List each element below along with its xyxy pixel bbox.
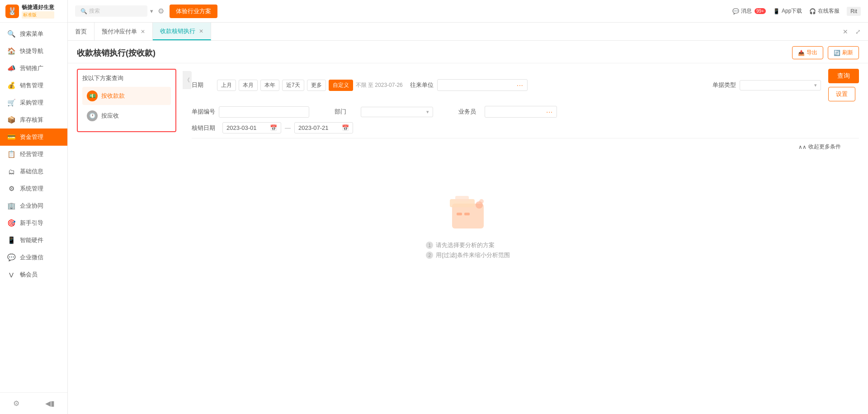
svg-rect-5	[457, 213, 462, 215]
dept-arrow-icon: ▾	[426, 109, 429, 115]
hardware-icon: 📱	[7, 236, 15, 244]
sidebar-label-funds: 资金管理	[20, 133, 43, 141]
sidebar-bottom: ⚙ ◀▮	[0, 392, 67, 414]
marketing-icon: 📣	[7, 64, 15, 72]
user-area[interactable]: Rit	[847, 7, 861, 16]
sidebar-item-inventory[interactable]: 📦库存核算	[0, 111, 67, 128]
filter-option-by-collection[interactable]: 💵 按收款款	[82, 87, 171, 105]
doc-no-label: 单据编号	[192, 108, 215, 116]
tab-close-all-icon[interactable]: ✕	[841, 26, 850, 37]
topbar-search-area: 🔍 搜索 ▾ ⚙ 体验行业方案	[75, 5, 732, 18]
sidebar-item-search[interactable]: 🔍搜索菜单	[0, 25, 67, 43]
tab-expand-icon[interactable]: ⤢	[854, 26, 863, 37]
date-separator: —	[285, 124, 291, 131]
filter-cell-date: 日期 上月 本月 本年 近7天 更多 自定义 不限 至 2023-07-26	[192, 80, 403, 91]
empty-svg	[441, 188, 495, 233]
sidebar-label-enterprise: 企业协同	[20, 202, 43, 210]
date-btn-more[interactable]: 更多	[307, 80, 326, 91]
collapse-sidebar-icon[interactable]: ◀▮	[42, 396, 57, 410]
logo-icon: 🐰	[5, 5, 19, 18]
tab-collection[interactable]: 收款核销执行 ✕	[153, 23, 211, 40]
industry-btn[interactable]: 体验行业方案	[170, 5, 217, 18]
sidebar-item-operations[interactable]: 📋经营管理	[0, 146, 67, 163]
doc-type-arrow-icon: ▾	[814, 82, 817, 88]
doc-no-input[interactable]	[219, 106, 309, 118]
page-header-actions: 📤 导出 🔄 刷新	[792, 46, 859, 59]
sidebar-item-wechat[interactable]: 💬企业微信	[0, 249, 67, 266]
online-service-item[interactable]: 🎧 在线客服	[809, 7, 840, 15]
sidebar-item-sales[interactable]: 💰销售管理	[0, 77, 67, 94]
query-action-area: 查询 设置	[828, 69, 859, 101]
svg-point-4	[479, 199, 484, 204]
sidebar-item-shortcut[interactable]: 🏠快捷导航	[0, 43, 67, 60]
date-btn-last-month[interactable]: 上月	[217, 80, 236, 91]
date-btn-7days[interactable]: 近7天	[282, 80, 304, 91]
sidebar-item-hardware[interactable]: 📱智能硬件	[0, 232, 67, 249]
query-button[interactable]: 查询	[828, 69, 859, 83]
message-item[interactable]: 💬 消息 99+	[732, 7, 766, 15]
topbar-right: 💬 消息 99+ 📱 App下载 🎧 在线客服 Rit	[732, 7, 861, 16]
settings-icon[interactable]: ⚙	[10, 396, 22, 410]
page-container: 收款核销执行(按收款) 📤 导出 🔄 刷新 按以下	[68, 41, 868, 414]
date-btn-this-month[interactable]: 本月	[239, 80, 258, 91]
staff-label: 业务员	[458, 108, 481, 116]
sidebar-item-enterprise[interactable]: 🏢企业协同	[0, 197, 67, 214]
collapse-up-icon: ∧∧	[798, 144, 807, 150]
verify-date-start-input[interactable]	[226, 124, 267, 131]
collapse-panel-btn[interactable]: 《	[183, 71, 192, 89]
filter-panel-title: 按以下方案查询	[82, 74, 171, 82]
refresh-button[interactable]: 🔄 刷新	[828, 46, 859, 59]
sidebar-item-basic[interactable]: 🗂基础信息	[0, 163, 67, 180]
app-download-item[interactable]: 📱 App下载	[773, 7, 802, 15]
sidebar-item-member[interactable]: V畅会员	[0, 266, 67, 283]
collapse-more-btn[interactable]: ∧∧ 收起更多条件	[789, 141, 850, 152]
sidebar-item-funds[interactable]: 💳资金管理	[0, 128, 67, 146]
filter-area: 按以下方案查询 💵 按收款款 🕐 按应收 《	[68, 63, 868, 161]
purchase-icon: 🛒	[7, 99, 15, 107]
date-btn-custom[interactable]: 自定义	[329, 80, 353, 91]
dept-select[interactable]: ▾	[361, 107, 433, 117]
search-icon: 🔍	[7, 30, 15, 38]
sidebar-item-system[interactable]: ⚙系统管理	[0, 180, 67, 197]
date-btn-this-year[interactable]: 本年	[260, 80, 279, 91]
sidebar-label-shortcut: 快捷导航	[20, 47, 43, 55]
tab-close-collection[interactable]: ✕	[199, 28, 203, 34]
sidebar-item-guide[interactable]: 🎯新手引导	[0, 214, 67, 232]
calendar-start-icon[interactable]: 📅	[270, 124, 277, 131]
wechat-icon: 💬	[7, 253, 15, 262]
empty-illustration	[441, 188, 495, 233]
staff-dots-icon: ···	[546, 108, 553, 115]
calendar-end-icon[interactable]: 📅	[342, 124, 349, 131]
verify-date-end-input[interactable]	[298, 124, 339, 131]
tab-close-prepay[interactable]: ✕	[141, 29, 145, 35]
sidebar-label-wechat: 企业微信	[20, 253, 43, 262]
page-title: 收款核销执行(按收款)	[77, 48, 156, 58]
doc-type-label: 单据类型	[712, 81, 736, 89]
tab-home[interactable]: 首页	[68, 23, 94, 40]
svg-rect-2	[455, 196, 469, 201]
system-icon: ⚙	[7, 185, 15, 193]
collection-icon: 💵	[87, 90, 98, 101]
topbar: 🔍 搜索 ▾ ⚙ 体验行业方案 💬 消息 99+ 📱 App下载 🎧 在线客服 …	[68, 0, 868, 23]
verify-date-start-box[interactable]: 📅	[222, 122, 281, 133]
search-icon: 🔍	[80, 8, 87, 14]
topbar-dropdown-icon[interactable]: ▾	[150, 8, 153, 14]
topbar-search-box[interactable]: 🔍 搜索	[75, 5, 147, 17]
topbar-gear-icon[interactable]: ⚙	[158, 7, 164, 15]
counterparty-select[interactable]: ···	[437, 79, 528, 91]
doc-type-select[interactable]: ▾	[740, 80, 821, 90]
export-button[interactable]: 📤 导出	[792, 46, 823, 59]
sidebar-item-marketing[interactable]: 📣营销推广	[0, 60, 67, 77]
staff-select[interactable]: ···	[485, 106, 557, 118]
counterparty-dots-icon: ···	[517, 81, 524, 89]
page-header: 收款核销执行(按收款) 📤 导出 🔄 刷新	[68, 41, 868, 63]
verify-date-label: 核销日期	[192, 124, 215, 132]
settings-button[interactable]: 设置	[828, 87, 855, 101]
verify-date-end-box[interactable]: 📅	[294, 122, 353, 133]
sidebar-item-purchase[interactable]: 🛒采购管理	[0, 94, 67, 111]
filter-option-by-receivable[interactable]: 🕐 按应收	[82, 107, 171, 125]
sidebar-label-operations: 经营管理	[20, 150, 43, 158]
more-conditions-row: ∧∧ 收起更多条件	[192, 138, 859, 155]
receivable-icon: 🕐	[87, 110, 98, 121]
tab-prepay[interactable]: 预付冲应付单 ✕	[94, 23, 153, 40]
